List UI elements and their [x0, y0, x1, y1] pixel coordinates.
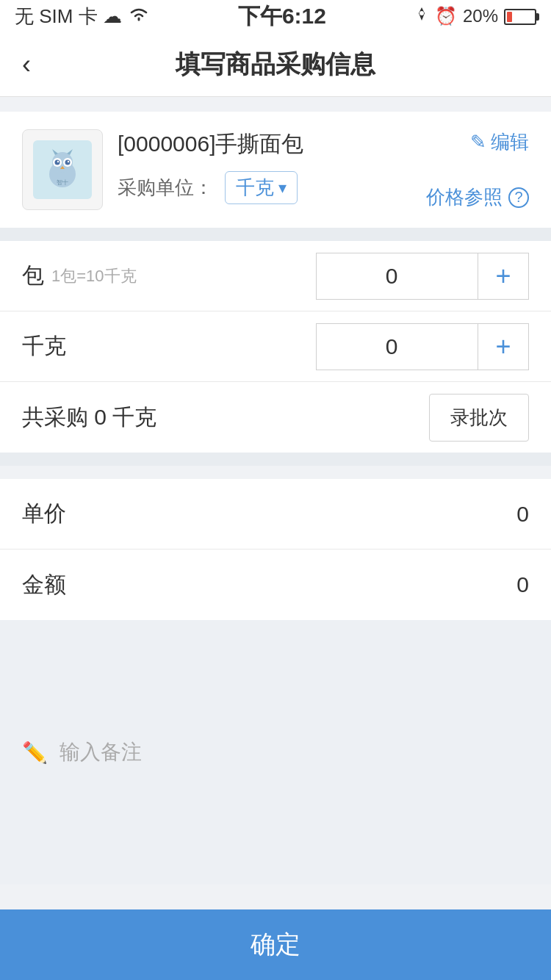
bag-sublabel: 1包=10千克	[51, 265, 137, 287]
unit-price-value: 0	[516, 502, 529, 527]
edit-icon: ✎	[470, 131, 486, 154]
batch-record-button[interactable]: 录批次	[429, 394, 529, 442]
unit-value: 千克	[236, 175, 274, 201]
alarm-icon: ⏰	[435, 6, 457, 26]
price-section: 单价 0 金额 0	[0, 479, 551, 620]
svg-point-10	[68, 161, 69, 162]
location-icon	[414, 6, 429, 26]
bag-label: 包	[22, 261, 44, 291]
amount-value: 0	[516, 572, 529, 597]
total-label: 共采购 0 千克	[22, 403, 156, 433]
svg-point-8	[65, 160, 71, 165]
unit-price-row: 单价 0	[0, 479, 551, 550]
price-ref-label: 价格参照	[426, 184, 503, 210]
time-display: 下午6:12	[238, 1, 326, 32]
status-bar: 无 SIM 卡 ☁ 下午6:12 ⏰ 20%	[0, 0, 551, 32]
nav-bar: ‹ 填写商品采购信息	[0, 32, 551, 97]
battery-icon	[504, 6, 536, 26]
product-card: 智十 [0000006]手撕面包 采购单位： 千克 ▾ ✎ 编辑 价格参照 ?	[0, 112, 551, 228]
remarks-edit-icon: ✏️	[22, 741, 48, 765]
wifi-icon	[128, 5, 150, 28]
unit-selector[interactable]: 千克 ▾	[225, 171, 298, 204]
total-row: 共采购 0 千克 录批次	[0, 382, 551, 453]
bag-input-row: 包 1包=10千克 +	[0, 241, 551, 311]
section-divider-2	[0, 453, 551, 466]
back-button[interactable]: ‹	[22, 49, 31, 80]
kg-input-row: 千克 +	[0, 311, 551, 382]
status-left: 无 SIM 卡 ☁	[15, 4, 150, 29]
quantity-input-section: 包 1包=10千克 + 千克 +	[0, 241, 551, 382]
svg-point-7	[55, 160, 60, 165]
page-title: 填写商品采购信息	[176, 48, 375, 82]
product-name: [0000006]手撕面包	[118, 129, 529, 159]
product-logo: 智十	[33, 140, 92, 199]
kg-label: 千克	[22, 331, 66, 361]
battery-percent: 20%	[463, 6, 498, 26]
price-reference-button[interactable]: 价格参照 ?	[426, 184, 529, 210]
bag-plus-button[interactable]: +	[478, 253, 529, 300]
edit-button[interactable]: ✎ 编辑	[470, 129, 529, 155]
amount-row: 金额 0	[0, 550, 551, 620]
remarks-section[interactable]: ✏️ 输入备注	[0, 620, 551, 884]
bag-quantity-input[interactable]	[316, 253, 478, 300]
bag-input-right: +	[316, 253, 529, 300]
kg-quantity-input[interactable]	[316, 323, 478, 370]
unit-label: 采购单位：	[118, 175, 213, 201]
amount-label: 金额	[22, 570, 66, 600]
status-right: ⏰ 20%	[414, 6, 536, 26]
kg-plus-button[interactable]: +	[478, 323, 529, 370]
svg-text:智十: 智十	[57, 179, 68, 186]
unit-price-label: 单价	[22, 499, 66, 529]
svg-point-0	[419, 11, 424, 15]
remarks-placeholder: 输入备注	[60, 738, 142, 766]
info-icon: ?	[508, 187, 529, 208]
product-image: 智十	[22, 129, 103, 210]
kg-input-right: +	[316, 323, 529, 370]
confirm-button[interactable]: 确定	[0, 909, 551, 980]
svg-point-9	[57, 161, 59, 162]
dropdown-arrow-icon: ▾	[278, 179, 287, 198]
section-divider-1	[0, 228, 551, 241]
sim-status: 无 SIM 卡 ☁	[15, 4, 122, 29]
